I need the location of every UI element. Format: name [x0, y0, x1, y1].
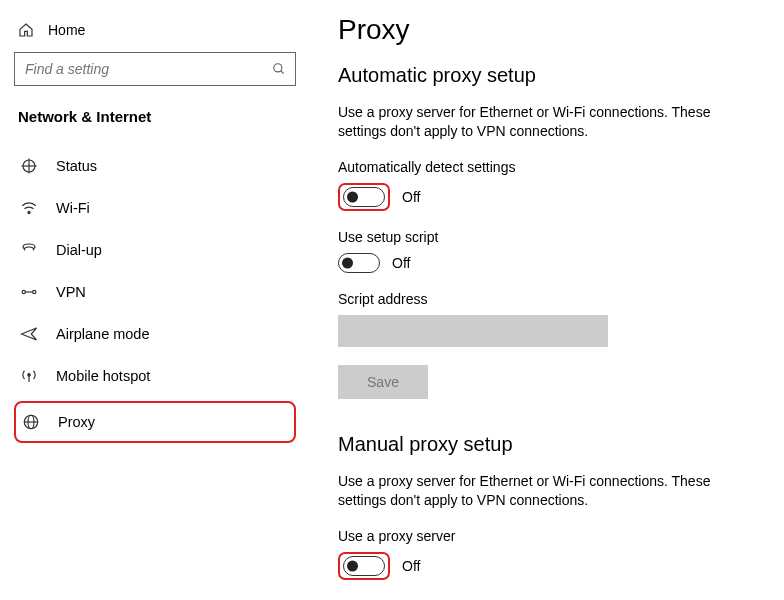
sidebar-item-airplane[interactable]: Airplane mode — [14, 313, 296, 355]
status-icon — [20, 157, 38, 175]
save-button[interactable]: Save — [338, 365, 428, 399]
home-link[interactable]: Home — [14, 16, 296, 52]
sidebar-item-label: VPN — [56, 284, 86, 300]
highlight-auto-detect-toggle — [338, 183, 390, 211]
sidebar-item-status[interactable]: Status — [14, 145, 296, 187]
dialup-icon — [20, 241, 38, 259]
category-title: Network & Internet — [18, 108, 292, 125]
highlight-use-proxy-toggle — [338, 552, 390, 580]
search-wrap — [14, 52, 296, 86]
auto-detect-toggle[interactable] — [343, 187, 385, 207]
setup-script-row: Off — [338, 253, 758, 273]
use-proxy-row: Off — [338, 552, 758, 580]
auto-detect-row: Off — [338, 183, 758, 211]
setup-script-label: Use setup script — [338, 229, 758, 245]
auto-section-desc: Use a proxy server for Ethernet or Wi-Fi… — [338, 103, 758, 141]
hotspot-icon — [20, 367, 38, 385]
sidebar-item-label: Airplane mode — [56, 326, 150, 342]
home-icon — [18, 22, 34, 38]
home-label: Home — [48, 22, 85, 38]
sidebar-item-label: Proxy — [58, 414, 95, 430]
svg-point-6 — [22, 290, 25, 293]
script-address-input[interactable] — [338, 315, 608, 347]
search-input[interactable] — [14, 52, 296, 86]
main-content: Proxy Automatic proxy setup Use a proxy … — [310, 0, 784, 600]
svg-point-5 — [28, 211, 30, 213]
manual-section-desc: Use a proxy server for Ethernet or Wi-Fi… — [338, 472, 758, 510]
settings-sidebar: Home Network & Internet Status Wi-Fi — [0, 0, 310, 600]
auto-detect-label: Automatically detect settings — [338, 159, 758, 175]
auto-detect-state: Off — [402, 189, 420, 205]
sidebar-item-hotspot[interactable]: Mobile hotspot — [14, 355, 296, 397]
airplane-icon — [20, 325, 38, 343]
svg-point-7 — [33, 290, 36, 293]
sidebar-item-wifi[interactable]: Wi-Fi — [14, 187, 296, 229]
sidebar-item-dialup[interactable]: Dial-up — [14, 229, 296, 271]
svg-point-9 — [28, 374, 30, 376]
page-title: Proxy — [338, 14, 758, 46]
sidebar-item-proxy[interactable]: Proxy — [20, 409, 290, 435]
use-proxy-label: Use a proxy server — [338, 528, 758, 544]
sidebar-item-label: Wi-Fi — [56, 200, 90, 216]
sidebar-item-label: Mobile hotspot — [56, 368, 150, 384]
proxy-icon — [22, 413, 40, 431]
highlight-proxy-item: Proxy — [14, 401, 296, 443]
use-proxy-state: Off — [402, 558, 420, 574]
use-proxy-toggle[interactable] — [343, 556, 385, 576]
vpn-icon — [20, 283, 38, 301]
script-address-label: Script address — [338, 291, 758, 307]
sidebar-item-label: Status — [56, 158, 97, 174]
setup-script-state: Off — [392, 255, 410, 271]
sidebar-item-label: Dial-up — [56, 242, 102, 258]
auto-section-title: Automatic proxy setup — [338, 64, 758, 87]
manual-section-title: Manual proxy setup — [338, 433, 758, 456]
wifi-icon — [20, 199, 38, 217]
sidebar-item-vpn[interactable]: VPN — [14, 271, 296, 313]
setup-script-toggle[interactable] — [338, 253, 380, 273]
